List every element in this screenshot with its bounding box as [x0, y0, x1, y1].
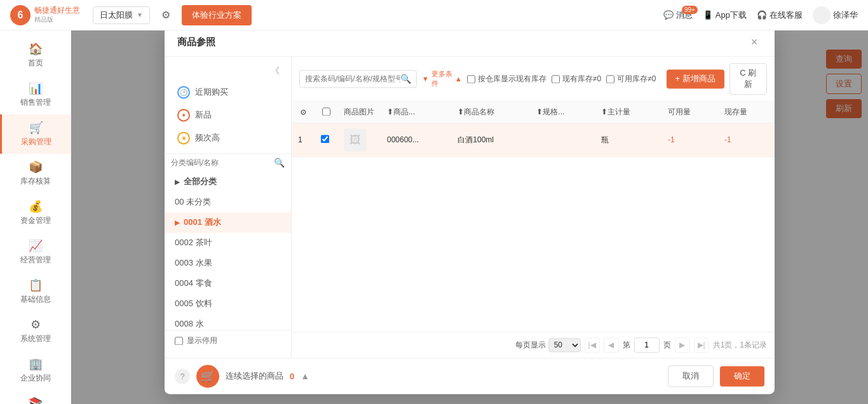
sidebar-item-inventory[interactable]: 📦 库存核算 [0, 154, 71, 193]
message-icon: 💬 [663, 10, 674, 20]
cart-button[interactable]: 🛒 [196, 365, 219, 387]
th-settings[interactable]: ⚙ [292, 102, 315, 123]
category-0005[interactable]: 0005 饮料 [165, 293, 291, 314]
headset-icon: 🎧 [757, 10, 767, 20]
online-service-button[interactable]: 🎧 在线客服 [757, 10, 803, 21]
category-search: 🔍 [165, 154, 291, 172]
settings-icon[interactable]: ⚙ [156, 6, 175, 25]
top-nav: 6 畅捷通好生意 精品版 日太阳膜 ▼ ⚙ 体验行业方案 💬 消息 99+ 📱 … [0, 0, 868, 30]
category-0002[interactable]: 0002 茶叶 [165, 232, 291, 253]
filter-collapse-icon: ▲ [455, 75, 462, 83]
available-gt0-input[interactable] [606, 75, 614, 83]
product-search-input[interactable] [305, 74, 400, 83]
next-page-button[interactable]: ▶ [675, 337, 690, 353]
first-page-button[interactable]: |◀ [585, 337, 600, 353]
logo-area: 6 畅捷通好生意 精品版 [10, 5, 80, 25]
user-profile[interactable]: 徐泽华 [813, 6, 858, 24]
active-expand-icon: ▶ [175, 219, 180, 226]
row-code: 000600... [381, 123, 451, 157]
cancel-button[interactable]: 取消 [668, 365, 714, 387]
last-page-button[interactable]: ▶| [694, 337, 709, 353]
th-available: 可用量 [661, 102, 718, 123]
content-area: 查询 设置 刷新 商品参照 × 《 [71, 30, 868, 404]
sidebar-item-finance[interactable]: 💰 资金管理 [0, 193, 71, 232]
show-stock-input[interactable] [467, 75, 475, 83]
page-input[interactable] [634, 337, 660, 353]
footer-collapse-icon[interactable]: ▲ [301, 371, 309, 381]
messages-button[interactable]: 💬 消息 99+ [663, 10, 693, 21]
help-button[interactable]: ? [175, 368, 190, 384]
category-0008[interactable]: 0008 水 [165, 314, 291, 330]
right-panel: 🔍 ▼ 更多条件 ▲ 按仓库显示现有库存 [292, 57, 775, 358]
show-stock-checkbox[interactable]: 按仓库显示现有库存 [467, 74, 546, 84]
sidebar-item-sales[interactable]: 📊 销售管理 [0, 75, 71, 114]
dialog-header: 商品参照 × [165, 30, 775, 57]
sidebar-item-guide[interactable]: 📚 新手引导 [0, 390, 71, 404]
base-icon: 📋 [29, 278, 43, 292]
refresh-button[interactable]: C 刷新 [729, 63, 767, 95]
trial-button[interactable]: 体验行业方案 [182, 5, 252, 25]
sidebar-item-home[interactable]: 🏠 首页 [0, 36, 71, 75]
left-panel: 《 🕐 近期购买 ✦ 新品 ★ 频次高 [165, 57, 292, 358]
category-0001[interactable]: ▶ 0001 酒水 [165, 212, 291, 232]
category-search-input[interactable] [171, 158, 271, 167]
th-unit[interactable]: ⬆主计量 [595, 102, 661, 123]
th-check [315, 102, 337, 123]
quick-recent[interactable]: 🕐 近期购买 [171, 82, 285, 102]
search-icon[interactable]: 🔍 [400, 74, 411, 84]
sidebar: 🏠 首页 📊 销售管理 🛒 采购管理 📦 库存核算 💰 资金管理 📈 经营管理 … [0, 30, 71, 404]
category-0003[interactable]: 0003 水果 [165, 253, 291, 273]
show-disabled-input[interactable] [175, 337, 183, 345]
prev-page-button[interactable]: ◀ [604, 337, 619, 353]
th-img: 商品图片 [337, 102, 381, 123]
page-size-dropdown[interactable]: 50 10 20 100 [548, 338, 581, 352]
close-button[interactable]: × [747, 34, 762, 50]
guide-icon: 📚 [29, 396, 43, 404]
row-name: 白酒100ml [451, 123, 530, 157]
available-ne0-checkbox[interactable]: 现有库存≠0 [552, 74, 601, 84]
product-image: 🖼 [344, 128, 367, 151]
th-spec[interactable]: ⬆规格... [530, 102, 595, 123]
quick-actions: 《 🕐 近期购买 ✦ 新品 ★ 频次高 [165, 63, 291, 154]
selected-label: 连续选择的商品 [226, 370, 283, 382]
sidebar-item-system[interactable]: ⚙ 系统管理 [0, 311, 71, 351]
home-icon: 🏠 [29, 42, 43, 56]
row-spec [530, 123, 595, 157]
sidebar-item-base[interactable]: 📋 基础信息 [0, 272, 71, 311]
app-download-button[interactable]: 📱 App下载 [703, 10, 747, 21]
row-check[interactable] [315, 123, 337, 157]
th-code[interactable]: ⬆商品... [381, 102, 451, 123]
nav-right: 💬 消息 99+ 📱 App下载 🎧 在线客服 徐泽华 [663, 6, 858, 24]
category-all[interactable]: ▶ 全部分类 [165, 172, 291, 192]
product-table-wrap: ⚙ 商品图片 ⬆商品... ⬆商品名称 [292, 102, 775, 332]
sidebar-item-enterprise[interactable]: 🏢 企业协同 [0, 351, 71, 390]
available-ne0-input[interactable] [552, 75, 560, 83]
category-00[interactable]: 00 未分类 [165, 192, 291, 212]
select-all-checkbox[interactable] [322, 107, 330, 116]
confirm-button[interactable]: 确定 [720, 366, 764, 386]
sidebar-item-purchase[interactable]: 🛒 采购管理 [0, 114, 71, 154]
th-name[interactable]: ⬆商品名称 [451, 102, 530, 123]
row-num: 1 [292, 123, 315, 157]
category-0004[interactable]: 0004 零食 [165, 273, 291, 293]
new-icon: ✦ [177, 109, 190, 121]
category-search-icon[interactable]: 🔍 [274, 158, 285, 168]
quick-new[interactable]: ✦ 新品 [171, 105, 285, 125]
product-table: ⚙ 商品图片 ⬆商品... ⬆商品名称 [292, 102, 775, 157]
quick-frequent[interactable]: ★ 频次高 [171, 128, 285, 148]
dialog-body: 《 🕐 近期购买 ✦ 新品 ★ 频次高 [165, 57, 775, 358]
store-selector[interactable]: 日太阳膜 ▼ [93, 6, 150, 24]
expand-icon: ▶ [175, 178, 180, 185]
message-badge: 99+ [682, 6, 698, 14]
inventory-icon: 📦 [29, 160, 43, 174]
show-disabled-checkbox[interactable]: 显示停用 [165, 330, 291, 351]
collapse-panel-button[interactable]: 《 [266, 63, 285, 79]
more-filter-button[interactable]: ▼ 更多条件 ▲ [422, 69, 462, 88]
available-gt0-checkbox[interactable]: 可用库存≠0 [606, 74, 656, 84]
row-img: 🖼 [337, 123, 381, 157]
sidebar-item-business[interactable]: 📈 经营管理 [0, 232, 71, 272]
enterprise-icon: 🏢 [29, 357, 43, 371]
table-row[interactable]: 1 🖼 000600... 白酒100ml [292, 123, 775, 157]
add-product-button[interactable]: + 新增商品 [667, 69, 724, 88]
row-checkbox[interactable] [321, 135, 329, 143]
